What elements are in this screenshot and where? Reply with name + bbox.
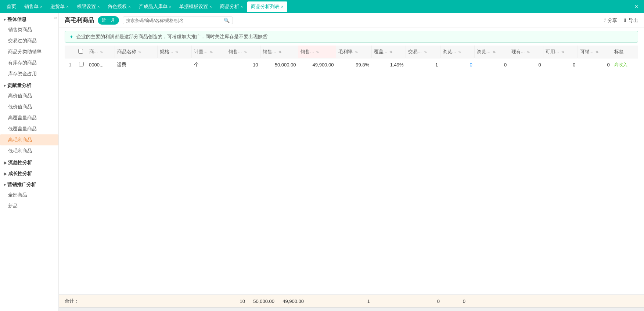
- cell-current-stock: 0: [509, 58, 543, 71]
- content-header: 高毛利商品 近一月 🔍 ⤴ 分享 ⬇ 导出: [59, 13, 644, 28]
- nav-close-purchase[interactable]: ×: [66, 4, 68, 9]
- th-name[interactable]: 商品名称 ⇅: [115, 46, 157, 58]
- nav-item-analysis[interactable]: 商品分析 ×: [216, 1, 247, 12]
- nav-label-analysis: 商品分析: [220, 3, 239, 10]
- th-gross-margin[interactable]: 毛利率 ⇅: [336, 46, 371, 58]
- share-label: 分享: [608, 17, 617, 24]
- sidebar-item-sales-goods[interactable]: 销售类商品: [0, 24, 58, 35]
- cell-gross-margin: 99.8%: [336, 58, 371, 71]
- sort-icon-current-stock: ⇅: [527, 50, 530, 54]
- nav-item-permission[interactable]: 权限设置 ×: [73, 1, 103, 12]
- cell-available-stock: 0: [543, 58, 578, 71]
- top-nav: 首页 销售单 × 进货单 × 权限设置 × 角色授权 × 产成品入库单 × 单据…: [0, 0, 644, 13]
- th-transactions[interactable]: 交易... ⇅: [406, 46, 440, 58]
- sort-icon-sales-qty: ⇅: [244, 50, 247, 54]
- export-button[interactable]: ⬇ 导出: [623, 17, 638, 24]
- cell-sales-profit: 49,900.00: [298, 58, 336, 71]
- share-icon: ⤴: [604, 18, 606, 23]
- row-checkbox[interactable]: [79, 62, 84, 66]
- browse1-link[interactable]: 0: [469, 62, 472, 68]
- nav-close-template[interactable]: ×: [209, 4, 212, 9]
- nav-item-home[interactable]: 首页: [3, 1, 20, 12]
- bottom-scrollbar[interactable]: [59, 307, 644, 311]
- footer-label: 合计：: [65, 298, 79, 304]
- th-tag-label: 标签: [614, 49, 624, 54]
- th-code-label: 商...: [89, 49, 98, 54]
- group-arrow-overall: ▾: [4, 17, 6, 22]
- nav-close-sales[interactable]: ×: [40, 4, 42, 9]
- sort-icon-spec: ⇅: [175, 50, 178, 54]
- nav-item-sales[interactable]: 销售单 ×: [21, 1, 46, 12]
- footer-available-stock: 0: [442, 299, 468, 304]
- sidebar-item-all-goods[interactable]: 全部商品: [0, 189, 58, 200]
- th-sales-qty[interactable]: 销售... ⇅: [226, 46, 260, 58]
- sidebar-group-overall-label: 整体信息: [7, 16, 26, 23]
- nav-close-production[interactable]: ×: [169, 4, 171, 9]
- sidebar-group-marketing[interactable]: ▾ 营销推广分析: [0, 178, 58, 189]
- sidebar-item-high-coverage[interactable]: 高覆盖量商品: [0, 112, 58, 123]
- sidebar-item-category-rate[interactable]: 商品分类助销率: [0, 46, 58, 57]
- sidebar-collapse-button[interactable]: «: [54, 15, 57, 21]
- content-title: 高毛利商品: [65, 17, 94, 24]
- nav-item-role[interactable]: 角色授权 ×: [104, 1, 134, 12]
- cell-coverage: 1.49%: [371, 58, 406, 71]
- nav-item-production[interactable]: 产成品入库单 ×: [135, 1, 175, 12]
- sidebar-group-trend[interactable]: ▶ 流趋性分析: [0, 156, 58, 167]
- table-container: 商... ⇅ 商品名称 ⇅ 规格... ⇅ 计量...: [59, 46, 644, 294]
- search-icon[interactable]: 🔍: [224, 18, 230, 23]
- nav-close-permission[interactable]: ×: [97, 4, 100, 9]
- sidebar-group-trend-label: 流趋性分析: [8, 159, 32, 166]
- group-arrow-contribution: ▾: [4, 83, 6, 88]
- th-saleable-stock[interactable]: 可销... ⇅: [578, 46, 612, 58]
- data-table: 商... ⇅ 商品名称 ⇅ 规格... ⇅ 计量...: [65, 46, 638, 71]
- table-body: 1 0000... 运费 个 10 50,000.00 49,900.00 99…: [65, 58, 638, 71]
- sort-icon-coverage: ⇅: [389, 50, 392, 54]
- sidebar-item-low-value[interactable]: 低价值商品: [0, 101, 58, 112]
- sidebar-group-growth[interactable]: ▶ 成长性分析: [0, 167, 58, 178]
- th-spec[interactable]: 规格... ⇅: [157, 46, 192, 58]
- nav-label-home: 首页: [7, 3, 16, 10]
- group-arrow-growth: ▶: [4, 171, 7, 176]
- sidebar-item-low-coverage[interactable]: 低覆盖量商品: [0, 123, 58, 134]
- th-check: [76, 46, 87, 58]
- th-code[interactable]: 商... ⇅: [87, 46, 115, 58]
- search-input[interactable]: [126, 18, 222, 23]
- nav-item-template[interactable]: 单据模板设置 ×: [176, 1, 215, 12]
- th-available-stock[interactable]: 可用... ⇅: [543, 46, 578, 58]
- footer-transactions: 1: [350, 299, 372, 304]
- cell-spec: [157, 58, 192, 71]
- cell-browse2: 0: [475, 58, 509, 71]
- cell-transactions: 1: [406, 58, 440, 71]
- th-sales-amount[interactable]: 销售... ⇅: [260, 46, 298, 58]
- nav-item-analysis-list[interactable]: 商品分析列表 ×: [247, 1, 287, 12]
- th-browse2[interactable]: 浏览... ⇅: [475, 46, 509, 58]
- sidebar-item-high-margin[interactable]: 高毛利商品: [0, 134, 58, 145]
- th-unit[interactable]: 计量... ⇅: [192, 46, 226, 58]
- th-tag[interactable]: 标签: [612, 46, 638, 58]
- sidebar-item-new-goods[interactable]: 新品: [0, 200, 58, 211]
- cell-check[interactable]: [76, 58, 87, 71]
- share-button[interactable]: ⤴ 分享: [604, 17, 617, 24]
- filter-recent-month-button[interactable]: 近一月: [98, 16, 119, 25]
- nav-item-purchase[interactable]: 进货单 ×: [47, 1, 72, 12]
- sidebar-item-traded-goods[interactable]: 交易过的商品: [0, 35, 58, 46]
- sidebar-group-contribution[interactable]: ▾ 贡献量分析: [0, 79, 58, 90]
- nav-close-all-button[interactable]: ×: [632, 3, 641, 10]
- th-current-stock[interactable]: 现有... ⇅: [509, 46, 543, 58]
- nav-close-role[interactable]: ×: [128, 4, 130, 9]
- sidebar-item-in-stock[interactable]: 有库存的商品: [0, 57, 58, 68]
- th-sales-profit[interactable]: 销售... ⇅: [298, 46, 336, 58]
- cell-browse1[interactable]: 0: [440, 58, 475, 71]
- th-coverage[interactable]: 覆盖... ⇅: [371, 46, 406, 58]
- sidebar-item-stock-fund[interactable]: 库存资金占用: [0, 68, 58, 79]
- sidebar-item-low-margin[interactable]: 低毛利商品: [0, 145, 58, 156]
- footer-sales-amount: 50,000.00: [247, 299, 277, 304]
- select-all-checkbox[interactable]: [78, 49, 83, 54]
- nav-close-analysis[interactable]: ×: [241, 4, 243, 9]
- sidebar-group-overall[interactable]: ▾ 整体信息: [0, 13, 58, 24]
- nav-label-template: 单据模板设置: [179, 3, 208, 10]
- sidebar-item-high-value[interactable]: 高价值商品: [0, 90, 58, 101]
- nav-close-analysis-list[interactable]: ×: [281, 4, 283, 9]
- th-browse1[interactable]: 浏览... ⇅: [440, 46, 475, 58]
- info-icon: ✦: [69, 34, 73, 40]
